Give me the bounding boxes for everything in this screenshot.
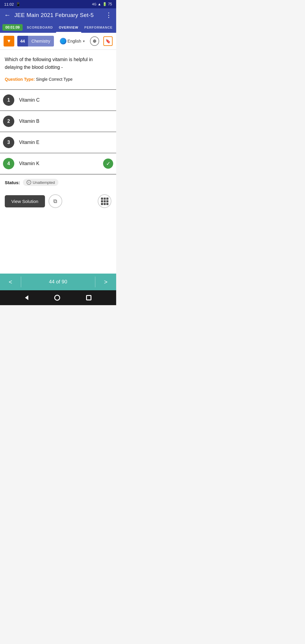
option-number-3: 3	[3, 137, 14, 148]
option-row-1[interactable]: 1 Vitamin C	[0, 90, 116, 111]
option-number-4: 4	[3, 158, 14, 169]
globe-icon: 🌐	[60, 38, 66, 44]
question-number: 44	[17, 36, 28, 46]
battery-level: 75	[108, 2, 112, 6]
option-number-1: 1	[3, 94, 14, 106]
app-bar: ← JEE Main 2021 February Set-5 ⋮	[0, 8, 116, 22]
back-nav-button[interactable]	[25, 295, 28, 300]
zoom-icon: ⊕	[93, 38, 97, 44]
system-nav-bar	[0, 290, 116, 305]
question-header: ▼ 44 Chemistry 🌐 English ▼ ⊕ 🔖	[0, 33, 116, 50]
option-number-2: 2	[3, 116, 14, 127]
home-circle-icon	[54, 295, 60, 301]
tab-bar: 00:01:09 SCOREBOARD OVERVIEW PERFORMANCE…	[0, 22, 116, 33]
lang-chevron-icon: ▼	[83, 40, 85, 43]
bookmark-button[interactable]: 🔖	[103, 36, 113, 46]
question-type-label: Question Type:	[5, 77, 35, 82]
tab-leaderboard[interactable]: LEADERBOARD	[116, 22, 116, 33]
option-text-1: Vitamin C	[19, 97, 113, 103]
next-button[interactable]: >	[95, 274, 116, 290]
bookmark-icon: 🔖	[105, 39, 111, 44]
nav-footer: < 44 of 90 >	[0, 274, 116, 290]
empty-area	[0, 214, 116, 274]
actions-row: View Solution ⧉	[0, 190, 116, 214]
option-text-3: Vitamin E	[19, 140, 113, 145]
grid-button[interactable]	[98, 194, 111, 208]
tab-performance[interactable]: PERFORMANCE	[81, 22, 116, 33]
option-row-4[interactable]: 4 Vitamin K ✓	[0, 153, 116, 174]
back-triangle-icon	[25, 295, 28, 300]
grid-icon	[101, 198, 108, 205]
timer-badge: 00:01:09	[2, 24, 23, 31]
prev-button[interactable]: <	[0, 274, 21, 290]
status-badge-text: Unattempted	[33, 180, 55, 185]
battery-icon: 🔋	[102, 2, 107, 6]
recents-square-icon	[86, 295, 91, 300]
option-row-2[interactable]: 2 Vitamin B	[0, 111, 116, 132]
filter-icon: ▼	[7, 38, 11, 44]
option-text-4: Vitamin K	[19, 161, 103, 166]
question-number-badge: 44 Chemistry	[17, 36, 54, 46]
status-row: Status: ✕ Unattempted	[0, 174, 116, 190]
status-label: Status:	[5, 180, 20, 185]
network-label: 4G	[92, 2, 97, 6]
option-text-2: Vitamin B	[19, 119, 113, 124]
tab-scoreboard[interactable]: SCOREBOARD	[24, 22, 56, 33]
status-badge: ✕ Unattempted	[23, 179, 58, 186]
question-type-row: Question Type: Single Correct Type	[5, 77, 111, 82]
status-time: 11:02	[4, 2, 14, 7]
correct-icon: ✓	[103, 159, 113, 169]
subject-label: Chemistry	[28, 36, 54, 46]
language-selector[interactable]: 🌐 English ▼	[60, 38, 85, 44]
back-button[interactable]: ←	[4, 11, 11, 19]
status-bar: 11:02 📱 4G ▲ 🔋 75	[0, 0, 116, 8]
language-label: English	[68, 39, 81, 44]
tab-overview[interactable]: OVERVIEW	[56, 22, 82, 33]
copy-icon: ⧉	[53, 198, 57, 204]
zoom-button[interactable]: ⊕	[90, 36, 99, 46]
recents-nav-button[interactable]	[86, 295, 91, 300]
menu-button[interactable]: ⋮	[105, 11, 112, 19]
unattempted-icon: ✕	[27, 180, 31, 185]
next-icon: >	[104, 279, 108, 285]
prev-icon: <	[9, 279, 12, 285]
filter-button[interactable]: ▼	[4, 36, 14, 46]
copy-button[interactable]: ⧉	[49, 194, 62, 208]
sim-icon: 📱	[16, 2, 21, 7]
signal-icon: ▲	[98, 2, 101, 6]
option-row-3[interactable]: 3 Vitamin E	[0, 132, 116, 153]
home-nav-button[interactable]	[54, 295, 60, 301]
view-solution-button[interactable]: View Solution	[5, 195, 45, 207]
question-text: Which of the following vitamin is helpfu…	[5, 56, 111, 71]
nav-progress: 44 of 90	[21, 279, 95, 285]
question-type-value: Single Correct Type	[36, 77, 73, 82]
app-title: JEE Main 2021 February Set-5	[14, 12, 102, 18]
question-content: Which of the following vitamin is helpfu…	[0, 50, 116, 89]
